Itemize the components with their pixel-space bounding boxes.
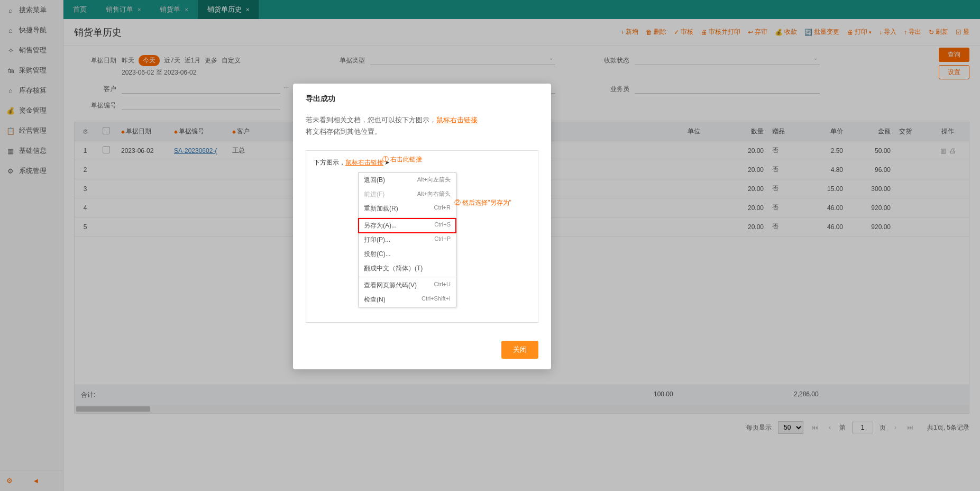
modal-title: 导出成功 [306, 94, 538, 104]
callout-2: ② 然后选择"另存为" [454, 198, 511, 207]
context-menu-item: 另存为(A)...Ctrl+S [358, 218, 456, 233]
modal-text-2: 将文档存储到其他位置。 [306, 128, 381, 135]
context-menu-item: 打印(P)...Ctrl+P [359, 233, 456, 247]
modal-body: 若未看到相关文档，您也可以按下方图示，鼠标右击链接 将文档存储到其他位置。 [293, 104, 551, 143]
context-menu-item: 重新加载(R)Ctrl+R [359, 202, 456, 216]
export-success-modal: 导出成功 若未看到相关文档，您也可以按下方图示，鼠标右击链接 将文档存储到其他位… [293, 84, 551, 369]
context-menu-item: 翻成中文（简体）(T) [359, 261, 456, 276]
context-menu-item: 检查(N)Ctrl+Shift+I [359, 293, 456, 307]
context-menu-item: 查看网页源代码(V)Ctrl+U [359, 278, 456, 293]
modal-footer: 关闭 [293, 333, 551, 369]
callout-1: ① 右击此链接 [382, 155, 422, 164]
instruction-box: 下方图示，鼠标右击链接➤ ① 右击此链接 ② 然后选择"另存为" 返回(B)Al… [306, 150, 538, 323]
context-menu-illustration: 返回(B)Alt+向左箭头前进(F)Alt+向右箭头重新加载(R)Ctrl+R另… [358, 172, 456, 307]
context-menu-item: 返回(B)Alt+向左箭头 [359, 173, 456, 187]
context-menu-item: 前进(F)Alt+向右箭头 [359, 187, 456, 202]
instr-link: 鼠标右击链接 [345, 159, 383, 166]
modal-text-1: 若未看到相关文档，您也可以按下方图示， [306, 116, 436, 124]
context-menu-item: 投射(C)... [359, 247, 456, 261]
modal-link[interactable]: 鼠标右击链接 [436, 116, 478, 124]
instr-prefix: 下方图示， [314, 159, 345, 166]
close-button[interactable]: 关闭 [501, 341, 538, 359]
modal-header: 导出成功 [293, 84, 551, 104]
